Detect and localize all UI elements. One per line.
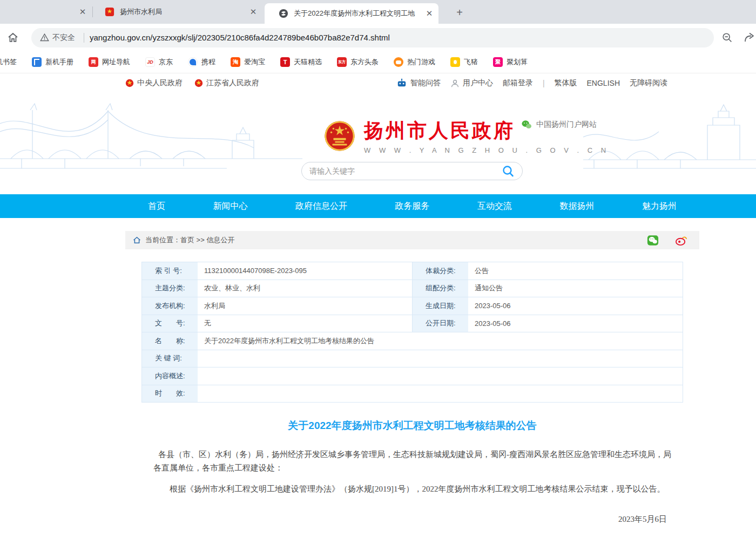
bookmark-dongfang[interactable]: 东方 东方头条 — [337, 57, 379, 67]
link-central-gov[interactable]: 中央人民政府 — [125, 78, 183, 88]
new-tab-button[interactable]: + — [453, 5, 467, 19]
browser-logo-favicon — [279, 9, 288, 18]
warning-icon — [40, 33, 49, 42]
nav-data[interactable]: 数据扬州 — [560, 201, 595, 212]
url-text[interactable]: yangzhou.gov.cn/yzszxxgk/slj/202305/210c… — [90, 33, 390, 42]
home-icon[interactable] — [6, 31, 19, 44]
tmall-favicon: T — [280, 57, 290, 67]
nav-home[interactable]: 首页 — [148, 201, 165, 212]
site-domain: W W W . Y A N G Z H O U . G O V . C N — [364, 146, 609, 154]
breadcrumb: 当前位置：首页 >> 信息公开 — [145, 235, 647, 245]
bookmark-label: 聚划算 — [507, 57, 528, 67]
bookmark-juhuasuan[interactable]: 聚 聚划算 — [493, 57, 528, 67]
bookmark-label: 机书签 — [0, 57, 17, 67]
nav-charm[interactable]: 魅力扬州 — [642, 201, 677, 212]
bookmark-jd[interactable]: JD 京东 — [145, 57, 173, 67]
meta-label: 名 称: — [142, 332, 198, 350]
link-label: 智能问答 — [410, 78, 441, 88]
games-favicon — [394, 57, 403, 67]
dongfang-favicon: 东方 — [337, 57, 347, 67]
meta-label: 关 键 词: — [142, 350, 198, 368]
search-icon[interactable] — [502, 165, 515, 178]
close-tab-icon[interactable]: ✕ — [248, 7, 258, 17]
accessibility-link[interactable]: 无障碍阅读 — [630, 78, 667, 88]
link-label: 江苏省人民政府 — [206, 78, 259, 88]
bookmark-phone-bookmarks[interactable]: 机书签 — [0, 57, 17, 67]
jd-favicon: JD — [145, 57, 155, 67]
meta-value: 农业、林业、水利 — [198, 280, 413, 298]
bookmark-taobao[interactable]: 淘 爱淘宝 — [231, 57, 265, 67]
robot-icon — [396, 78, 407, 88]
article-paragraph: 根据《扬州市水利工程文明工地建设管理办法》（扬水规[2019]1号），2022年… — [153, 482, 671, 496]
share-icon[interactable] — [743, 31, 756, 44]
bookmark-tmall[interactable]: T 天猫精选 — [280, 57, 322, 67]
tab-partial[interactable]: ✕ — [0, 0, 92, 24]
portal-link[interactable]: 中国扬州门户网站 — [521, 120, 597, 130]
mail-login-link[interactable]: 邮箱登录 — [503, 78, 533, 88]
omnibox-divider — [84, 33, 84, 43]
portal-label: 中国扬州门户网站 — [536, 120, 597, 130]
home-breadcrumb-icon[interactable] — [133, 236, 141, 244]
gov-top-bar: 中央人民政府 江苏省人民政府 智能问答 — [0, 73, 756, 94]
omnibox[interactable]: 不安全 yangzhou.gov.cn/yzszxxgk/slj/202305/… — [31, 28, 714, 47]
emblem-icon — [125, 79, 134, 87]
bookmark-fliggy[interactable]: 飞猪 — [450, 57, 478, 67]
meta-label: 内容概述: — [142, 367, 198, 385]
bookmark-label: 爱淘宝 — [244, 57, 265, 67]
site-search[interactable] — [301, 162, 523, 180]
wechat-share-icon[interactable] — [647, 235, 659, 246]
close-tab-icon[interactable]: ✕ — [424, 9, 434, 18]
link-label: 中央人民政府 — [137, 78, 183, 88]
bookmark-label: 热门游戏 — [407, 57, 435, 67]
bookmark-manual[interactable]: 新机手册 — [32, 57, 73, 67]
meta-label: 发布机构: — [142, 297, 198, 315]
bookmark-ctrip[interactable]: 携程 — [188, 57, 215, 67]
bookmark-label: 飞猪 — [464, 57, 478, 67]
bookmark-label: 携程 — [201, 57, 215, 67]
bookmark-label: 天猫精选 — [294, 57, 322, 67]
announcement-article: 关于2022年度扬州市水利工程文明工地考核结果的公告 各县（市、区）水利（务）局… — [125, 419, 699, 538]
link-jiangsu-gov[interactable]: 江苏省人民政府 — [194, 78, 259, 88]
bookmark-label: 新机手册 — [45, 57, 73, 67]
user-center-link[interactable]: 用户中心 — [450, 78, 493, 88]
english-link[interactable]: ENGLISH — [587, 79, 620, 87]
site-banner: 扬州市人民政府 W W W . Y A N G Z H O U . G O V … — [0, 94, 756, 194]
meta-label: 体裁分类: — [413, 262, 468, 280]
tab-title: 扬州市水利局 — [120, 7, 248, 17]
nav-news[interactable]: 新闻中心 — [213, 201, 248, 212]
ctrip-favicon — [188, 57, 198, 67]
close-tab-icon[interactable]: ✕ — [78, 7, 87, 17]
meta-label: 主题分类: — [142, 280, 198, 298]
traditional-link[interactable]: 繁体版 — [555, 78, 577, 88]
fliggy-favicon — [450, 57, 460, 67]
meta-value — [198, 367, 683, 385]
meta-value: 2023-05-06 — [468, 315, 683, 333]
meta-label: 公开日期: — [413, 315, 468, 333]
tab-water-bureau[interactable]: 扬州市水利局 ✕ — [93, 0, 264, 24]
wechat-icon — [521, 120, 532, 130]
nav-info-disclosure[interactable]: 政府信息公开 — [295, 201, 347, 212]
juhuasuan-favicon: 聚 — [493, 57, 503, 67]
article-title: 关于2022年度扬州市水利工程文明工地考核结果的公告 — [125, 419, 699, 433]
bookmark-url-nav[interactable]: 网 网址导航 — [89, 57, 130, 67]
weibo-share-icon[interactable] — [675, 235, 687, 246]
tab-active-announcement[interactable]: 关于2022年度扬州市水利工程文明工地 ✕ — [265, 3, 438, 24]
meta-value — [198, 350, 683, 368]
topbar-divider: | — [543, 79, 545, 87]
search-input[interactable] — [309, 167, 502, 175]
meta-value: 水利局 — [198, 297, 413, 315]
security-label[interactable]: 不安全 — [52, 33, 75, 43]
bookmark-label: 网址导航 — [102, 57, 130, 67]
meta-value: 关于2022年度扬州市水利工程文明工地考核结果的公告 — [198, 332, 683, 350]
zoom-out-icon[interactable] — [721, 32, 733, 44]
smart-qa-link[interactable]: 智能问答 — [396, 78, 441, 88]
meta-label: 文 号: — [142, 315, 198, 333]
nav-interaction[interactable]: 互动交流 — [477, 201, 512, 212]
bookmark-games[interactable]: 热门游戏 — [394, 57, 435, 67]
address-bar: 不安全 yangzhou.gov.cn/yzszxxgk/slj/202305/… — [0, 24, 756, 51]
meta-value: 通知公告 — [468, 280, 683, 298]
breadcrumb-bar: 当前位置：首页 >> 信息公开 — [125, 231, 699, 249]
nav-services[interactable]: 政务服务 — [395, 201, 430, 212]
main-nav: 首页 新闻中心 政府信息公开 政务服务 互动交流 数据扬州 魅力扬州 — [0, 194, 756, 218]
meta-value: 无 — [198, 315, 413, 333]
